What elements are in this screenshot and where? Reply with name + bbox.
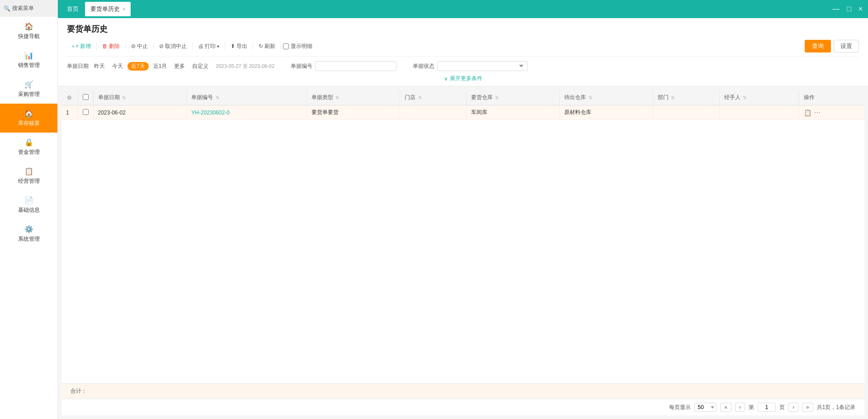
minimize-icon[interactable]: — [830,3,841,15]
col-store-label: 门店 [405,94,415,100]
row-type: 要货单要货 [307,105,400,120]
status-label: 单据状态 [413,62,434,70]
date-btn-7days[interactable]: 近7天 [127,62,149,71]
print-button[interactable]: 🖨 打印 ▾ [194,41,223,52]
sidebar-search[interactable]: 🔍 搜索菜单 [0,0,57,17]
stop-icon: ⊘ [131,43,136,49]
date-btn-more[interactable]: 更多 [171,62,188,71]
col-store[interactable]: 门店 ⇅ [400,90,466,105]
display-detail-checkbox[interactable] [283,43,289,49]
delete-icon: 🗑 [102,43,108,49]
maximize-icon[interactable]: □ [845,3,853,15]
sort-pending-wh-icon[interactable]: ⇅ [589,95,592,100]
date-btn-today[interactable]: 今天 [109,62,126,71]
sort-date-icon[interactable]: ⇅ [122,95,126,100]
window-close-icon[interactable]: × [857,3,864,15]
row-checkbox[interactable] [83,109,89,115]
sidebar-item-inventory[interactable]: 🏠 库存核算 [0,104,57,133]
purchase-icon: 🛒 [24,80,33,89]
col-req-wh-label: 要货仓库 [471,94,493,100]
date-btn-custom[interactable]: 自定义 [189,62,211,71]
per-page-select[interactable]: 20 50 100 [694,403,717,412]
row-no-link[interactable]: YH-20230602-0 [191,110,230,116]
col-type[interactable]: 单据类型 ⇅ [307,90,400,105]
export-button[interactable]: ⬆ 导出 [227,41,251,52]
col-req-warehouse[interactable]: 要货仓库 ⇅ [466,90,560,105]
row-no[interactable]: YH-20230602-0 [187,105,307,120]
sort-type-icon[interactable]: ⇅ [335,95,339,100]
date-filter: 单据日期 昨天 今天 近7天 近1月 更多 自定义 2023-05-27 至 2… [67,62,274,71]
expand-icon: ∨ [444,76,448,82]
total-info: 共1页，1条记录 [817,404,855,411]
tab-active[interactable]: 要货单历史 × [85,2,131,16]
print-icon: 🖨 [198,43,203,49]
date-btn-1month[interactable]: 近1月 [151,62,170,71]
col-settings[interactable]: ⚙ [61,90,78,105]
col-action: 操作 [799,90,864,105]
page-input[interactable] [758,403,776,412]
sidebar-item-system[interactable]: ⚙️ 系统管理 [0,219,57,248]
sidebar-search-label: 搜索菜单 [12,5,34,12]
col-no[interactable]: 单据编号 ⇅ [187,90,307,105]
tab-close-icon[interactable]: × [123,6,125,12]
row-edit-icon[interactable]: 📋 [804,109,811,116]
doc-no-input[interactable] [315,61,396,71]
select-all-checkbox[interactable] [83,94,89,100]
sidebar-item-basic[interactable]: 📄 基础信息 [0,190,57,219]
col-dept[interactable]: 部门 ⇅ [653,90,719,105]
refresh-icon: ↻ [259,43,263,49]
table-scroll[interactable]: ⚙ 单据日期 ⇅ 单据编号 ⇅ [61,90,864,383]
page-label: 第 [749,404,754,411]
tab-active-label: 要货单历史 [90,5,120,13]
col-type-label: 单据类型 [311,94,333,100]
search-icon: 🔍 [4,5,10,12]
doc-no-filter: 单据编号 [291,61,396,71]
expand-more-button[interactable]: ∨ 展开更多条件 [440,74,486,83]
delete-button[interactable]: 🗑 删除 [99,41,123,52]
sidebar-item-sales[interactable]: 📊 销售管理 [0,46,57,75]
cancel-stop-button[interactable]: ⊘ 取消中止 [156,41,190,52]
sidebar-label-operation: 经营管理 [18,177,40,185]
sort-store-icon[interactable]: ⇅ [418,95,422,100]
inventory-icon: 🏠 [24,109,33,118]
stop-button[interactable]: ⊘ 中止 [127,41,151,52]
status-select[interactable] [437,61,528,71]
row-actions: 📋 ⋯ [799,105,864,120]
content-wrapper: 要货单历史 ＋ + 新增 🗑 删除 ⊘ 中止 ⊘ [58,18,868,419]
col-checkbox-header[interactable] [78,90,93,105]
summary-label: 合计： [71,387,87,395]
sort-req-wh-icon[interactable]: ⇅ [495,95,499,100]
sidebar-item-operation[interactable]: 📋 经营管理 [0,162,57,190]
sidebar-item-purchase[interactable]: 🛒 采购管理 [0,75,57,104]
sidebar-item-shortcut[interactable]: 🏠 快捷导航 [0,17,57,46]
tab-home[interactable]: 首页 [61,2,84,16]
divider-1 [96,43,97,50]
sidebar: 🔍 搜索菜单 🏠 快捷导航 📊 销售管理 🛒 采购管理 🏠 库存核算 🔒 资金管… [0,0,58,419]
col-date[interactable]: 单据日期 ⇅ [93,90,187,105]
sort-handler-icon[interactable]: ⇅ [743,95,746,100]
doc-no-label: 单据编号 [291,62,312,70]
display-detail-checkbox-area[interactable]: 显示明细 [283,43,312,50]
col-date-label: 单据日期 [98,94,120,100]
data-table: ⚙ 单据日期 ⇅ 单据编号 ⇅ [61,90,864,120]
action-icons: 📋 ⋯ [804,109,860,116]
row-checkbox-cell[interactable] [78,105,93,120]
date-btn-yesterday[interactable]: 昨天 [91,62,108,71]
sort-dept-icon[interactable]: ⇅ [671,95,675,100]
col-handler[interactable]: 经手人 ⇅ [719,90,799,105]
last-page-btn[interactable]: » [802,403,813,412]
col-pending-warehouse[interactable]: 待出仓库 ⇅ [560,90,653,105]
setting-button[interactable]: 设置 [834,40,859,52]
filter-row-1: 单据日期 昨天 今天 近7天 近1月 更多 自定义 2023-05-27 至 2… [67,61,859,71]
row-more-icon[interactable]: ⋯ [814,109,821,116]
prev-page-btn[interactable]: ‹ [735,403,745,412]
add-button[interactable]: ＋ + 新增 [67,41,94,52]
sidebar-item-finance[interactable]: 🔒 资金管理 [0,133,57,162]
first-page-btn[interactable]: « [720,403,731,412]
query-button[interactable]: 查询 [805,40,831,52]
refresh-button[interactable]: ↻ 刷新 [255,41,279,52]
next-page-btn[interactable]: › [788,403,798,412]
sort-no-icon[interactable]: ⇅ [216,95,219,100]
col-no-label: 单据编号 [191,94,213,100]
footer-summary: 合计： [61,383,864,399]
